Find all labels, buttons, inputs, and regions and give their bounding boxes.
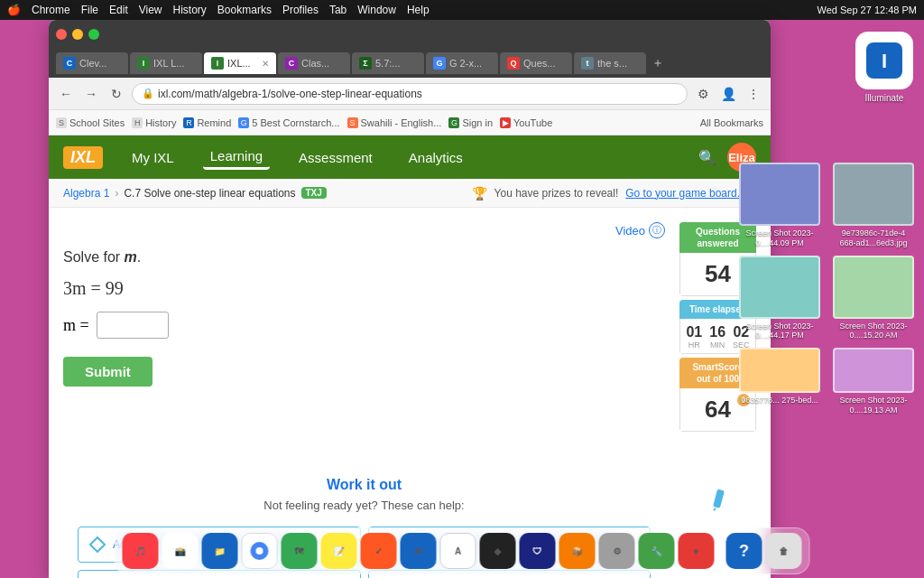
bookmark-youtube[interactable]: ▶ YouTube: [500, 117, 552, 128]
smartscore-sub: out of 100: [697, 374, 739, 384]
tab-8[interactable]: t the s...: [574, 52, 646, 74]
mac-menus[interactable]: 🍎 Chrome File Edit View History Bookmark…: [7, 4, 430, 16]
window-menu[interactable]: Window: [357, 4, 396, 16]
edit-menu[interactable]: Edit: [109, 4, 128, 16]
tab-3-active[interactable]: I IXL... ✕: [204, 52, 276, 74]
problem-instruction: Solve for m.: [63, 249, 665, 266]
breadcrumb-parent[interactable]: Algebra 1: [63, 187, 109, 200]
video-link[interactable]: Video ⓘ: [63, 222, 665, 238]
submit-button[interactable]: Submit: [63, 357, 152, 387]
ixl-search-button[interactable]: 🔍: [698, 149, 716, 166]
cornstarch-icon: G: [238, 117, 249, 128]
dock-music[interactable]: 🎵: [123, 533, 159, 569]
tab-5[interactable]: Σ 5.7:...: [352, 52, 424, 74]
dock-divider: [720, 537, 721, 564]
tab-5-favicon: Σ: [359, 57, 372, 70]
tab-2[interactable]: I IXL L...: [130, 52, 202, 74]
nav-learning[interactable]: Learning: [203, 144, 270, 170]
dock-notes[interactable]: 📝: [321, 533, 357, 569]
history-menu[interactable]: History: [173, 4, 207, 16]
dock-finder[interactable]: 📁: [202, 533, 238, 569]
dock: 🎵 📸 📁 🗺 📝 ✓ ✉ A ◆ 🛡 📦 ⚙ 🔧 ♥ ? 🗑: [115, 527, 810, 574]
nav-my-ixl[interactable]: My IXL: [125, 146, 181, 169]
dock-app1[interactable]: A: [440, 533, 476, 569]
bookmark-history[interactable]: H History: [132, 117, 176, 128]
dock-trash[interactable]: 🗑: [766, 533, 802, 569]
dock-mail[interactable]: ✉: [401, 533, 437, 569]
maximize-button[interactable]: [88, 29, 99, 40]
profiles-menu[interactable]: Profiles: [282, 4, 319, 16]
nav-analytics[interactable]: Analytics: [402, 146, 470, 169]
tab-3-close[interactable]: ✕: [262, 59, 269, 69]
illuminate-icon: I: [855, 32, 913, 89]
screenshot-3-label: Screen Shot 2023-0....44.17 PM: [739, 322, 820, 341]
illuminate-desktop-icon[interactable]: I Illuminate: [855, 32, 913, 104]
bookmarks-bar: S School Sites H History R Remind G 5 Be…: [49, 110, 771, 135]
tab-4[interactable]: C Clas...: [278, 52, 350, 74]
dock-app5[interactable]: 🔧: [639, 533, 675, 569]
address-bar[interactable]: 🔒 ixl.com/math/algebra-1/solve-one-step-…: [132, 83, 688, 105]
all-bookmarks[interactable]: All Bookmarks: [700, 117, 763, 128]
dock-app4[interactable]: 📦: [559, 533, 596, 569]
smartscore-number: 64: [705, 396, 731, 423]
tab-4-label: Clas...: [301, 58, 329, 69]
tab-7[interactable]: Q Ques...: [500, 52, 572, 74]
screenshot-1[interactable]: Screen Shot 2023-0....44.09 PM: [736, 163, 823, 248]
forward-button[interactable]: →: [81, 84, 101, 104]
nav-bar: ← → ↻ 🔒 ixl.com/math/algebra-1/solve-one…: [49, 78, 771, 110]
back-button[interactable]: ←: [56, 84, 76, 104]
hours-unit: 01 HR: [686, 324, 702, 350]
bookmark-school-sites[interactable]: S School Sites: [56, 117, 125, 128]
problem-equation: 3m = 99: [63, 278, 665, 299]
apple-menu[interactable]: 🍎: [7, 4, 21, 16]
pencil-icon[interactable]: [704, 486, 733, 515]
ssl-lock-icon: 🔒: [142, 88, 154, 99]
screenshot-6[interactable]: Screen Shot 2023-0....19.13 AM: [830, 348, 917, 415]
screenshot-2[interactable]: 9e73986c-71de-4 668-ad1...6ed3.jpg: [830, 163, 917, 248]
nav-assessment[interactable]: Assessment: [291, 146, 380, 169]
reload-button[interactable]: ↻: [106, 84, 126, 104]
bookmark-cornstarch[interactable]: G 5 Best Cornstarch...: [238, 117, 339, 128]
hours-value: 01: [686, 324, 702, 340]
bookmark-signin[interactable]: G Sign in: [448, 117, 493, 128]
svg-text:I: I: [882, 50, 887, 72]
answer-input[interactable]: [97, 312, 169, 339]
close-button[interactable]: [56, 29, 67, 40]
remind-icon: R: [183, 117, 194, 128]
view-menu[interactable]: View: [139, 4, 162, 16]
help-menu[interactable]: Help: [407, 4, 430, 16]
new-tab-button[interactable]: ＋: [648, 55, 668, 71]
mac-menubar: 🍎 Chrome File Edit View History Bookmark…: [0, 0, 924, 20]
bookmarks-menu[interactable]: Bookmarks: [217, 4, 272, 16]
prize-text: You have prizes to reveal!: [494, 187, 619, 200]
dock-reminders[interactable]: ✓: [361, 533, 397, 569]
extensions-button[interactable]: ⚙: [693, 84, 713, 104]
file-menu[interactable]: File: [81, 4, 98, 16]
dock-app3[interactable]: 🛡: [520, 533, 556, 569]
problem-area: Video ⓘ Solve for m. 3m = 99 m = Submit …: [63, 222, 665, 578]
tab-6[interactable]: G G 2-x...: [426, 52, 498, 74]
minimize-button[interactable]: [72, 29, 83, 40]
bookmark-remind[interactable]: R Remind: [183, 117, 231, 128]
video-info-icon[interactable]: ⓘ: [649, 222, 665, 238]
profile-button[interactable]: 👤: [718, 84, 738, 104]
dock-maps[interactable]: 🗺: [282, 533, 318, 569]
chrome-menu[interactable]: Chrome: [32, 4, 70, 16]
dock-app6[interactable]: ♥: [679, 533, 715, 569]
dock-question[interactable]: ?: [726, 533, 762, 569]
prize-link[interactable]: Go to your game board.: [625, 187, 740, 200]
dock-photos[interactable]: 📸: [162, 533, 199, 569]
minutes-value: 16: [709, 324, 725, 340]
bookmark-swahili[interactable]: S Swahili - English...: [347, 117, 442, 128]
tab-menu[interactable]: Tab: [329, 4, 346, 16]
more-button[interactable]: ⋮: [744, 84, 763, 104]
dock-chrome[interactable]: [242, 533, 278, 569]
screenshot-4[interactable]: Screen Shot 2023-0....15.20 AM: [830, 256, 917, 341]
ixl-logo[interactable]: IXL: [63, 146, 103, 169]
tab-1[interactable]: C Clev...: [56, 52, 128, 74]
screenshot-3[interactable]: Screen Shot 2023-0....44.17 PM: [736, 256, 823, 341]
dock-settings[interactable]: ⚙: [599, 533, 635, 569]
breadcrumb-separator: ›: [115, 187, 118, 200]
screenshot-5[interactable]: 0635776... 275-bed...: [736, 348, 823, 415]
dock-app2[interactable]: ◆: [480, 533, 516, 569]
